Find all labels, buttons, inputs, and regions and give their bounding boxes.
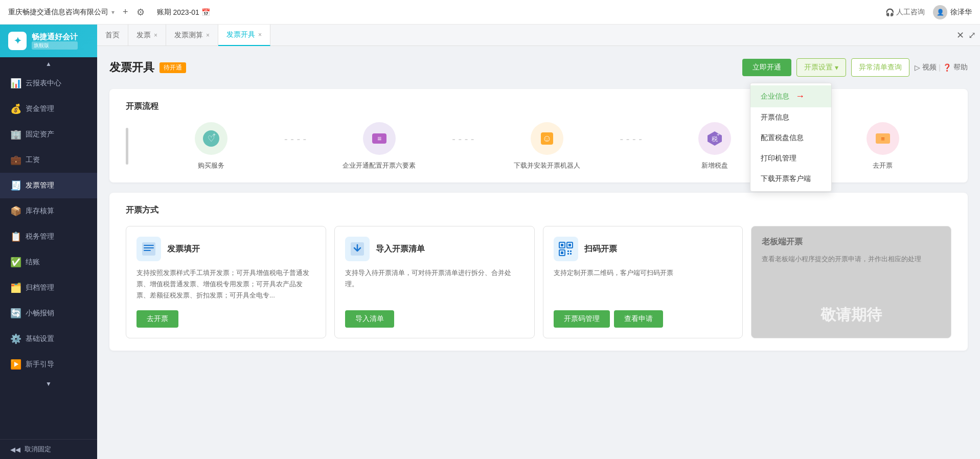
qrcode-manage-button[interactable]: 开票码管理: [554, 310, 610, 328]
boss-title: 老板端开票: [762, 237, 803, 247]
import-title: 导入开票清单: [376, 244, 425, 255]
fill-btn-area: 去开票: [136, 310, 315, 328]
process-step-3: ☺ 下载并安装开票机器人: [478, 122, 616, 170]
arrow-3: - - - -: [616, 133, 646, 145]
video-label[interactable]: 视频: [922, 63, 937, 72]
sidebar-item-xiaochang[interactable]: 🔄 小畅报销: [0, 301, 97, 326]
page-header: 发票开具 待开通 立即开通 开票设置 ▾ 异常清单查询 ▷ 视频 | ❓ 帮助: [109, 58, 968, 77]
service-button[interactable]: 🎧 人工咨询: [885, 8, 925, 17]
view-apply-button[interactable]: 查看申请: [614, 310, 663, 328]
top-bar-actions: + ⚙ 账期 2023-01 📅: [123, 7, 210, 18]
sidebar-item-kucun[interactable]: 📦 库存核算: [0, 198, 97, 224]
red-arrow-icon: →: [795, 91, 805, 102]
page-title: 发票开具: [109, 60, 154, 75]
money-icon: 💰: [10, 103, 20, 114]
tab-close-kaiiu[interactable]: ×: [258, 31, 262, 38]
tax-icon: 📋: [10, 231, 20, 242]
sidebar-item-zijin[interactable]: 💰 资金管理: [0, 96, 97, 122]
billing-card-scan-header: 扫码开票: [554, 237, 733, 261]
svg-rect-14: [144, 247, 154, 248]
chevron-down-icon: ▾: [111, 9, 115, 16]
dropdown-item-download-client[interactable]: 下载开票客户端: [750, 169, 831, 189]
sidebar-item-shuiwu[interactable]: 📋 税务管理: [0, 224, 97, 249]
company-selector[interactable]: 重庆畅捷交通信息咨询有限公司 ▾: [8, 8, 115, 17]
dropdown-item-company-info[interactable]: 企业信息 →: [750, 85, 831, 107]
tab-close-cesuan[interactable]: ×: [206, 32, 210, 39]
tab-label: 首页: [105, 31, 120, 40]
settings-dropdown-menu: 企业信息 → 开票信息 配置税盘信息 打印机管理 下载开票客户端: [750, 83, 832, 192]
settings-dropdown-button[interactable]: 开票设置 ▾: [796, 58, 846, 77]
dropdown-item-printer[interactable]: 打印机管理: [750, 148, 831, 169]
import-list-button[interactable]: 导入清单: [345, 310, 394, 328]
svg-rect-15: [144, 250, 151, 251]
process-step-5: ≡ 去开票: [814, 122, 951, 170]
tab-label: 发票: [136, 31, 151, 40]
box-icon: 📦: [10, 205, 20, 217]
help-label[interactable]: 帮助: [953, 63, 968, 72]
sidebar-item-fapiao[interactable]: 🧾 发票管理: [0, 173, 97, 198]
download-client-label: 下载开票客户端: [761, 174, 811, 183]
help-circle-icon: ❓: [943, 63, 951, 72]
building-icon: 🏢: [10, 129, 20, 140]
ticket-info-label: 开票信息: [761, 113, 789, 122]
step4-label: 新增税盘: [701, 161, 728, 170]
exception-button[interactable]: 异常清单查询: [851, 58, 909, 77]
process-step-2: ≡ 企业开通配置开票六要素: [310, 122, 448, 170]
billing-card-boss-header: 老板端开票: [762, 237, 941, 247]
close-tab-button[interactable]: ✕: [956, 30, 964, 41]
play-icon: ▶️: [10, 359, 20, 370]
tax-disk-label: 配置税盘信息: [761, 133, 804, 143]
billing-section: 开票方式 发票填开 支持按照发票样式手工填开发票；可开具增值税电子普通发票、增值…: [109, 193, 968, 351]
fill-title: 发票填开: [167, 244, 200, 255]
sidebar-item-guidang[interactable]: 🗂️ 归档管理: [0, 275, 97, 301]
sidebar-item-jiezhang[interactable]: ✅ 结账: [0, 249, 97, 275]
tab-close-fapiao[interactable]: ×: [154, 32, 157, 39]
arrow-1: - - - -: [280, 133, 310, 145]
scroll-up-button[interactable]: ▲: [0, 57, 97, 71]
top-bar: 重庆畅捷交通信息咨询有限公司 ▾ + ⚙ 账期 2023-01 📅 🎧 人工咨询…: [0, 0, 980, 25]
tab-fapiaokaiiu[interactable]: 发票开具 ×: [218, 25, 270, 46]
sidebar-item-gudingzichan[interactable]: 🏢 固定资产: [0, 122, 97, 147]
settings-icon[interactable]: ⚙: [136, 7, 145, 18]
sidebar-item-label: 云报表中心: [26, 79, 61, 88]
sidebar-item-jichu[interactable]: ⚙️ 基础设置: [0, 326, 97, 352]
sidebar-item-xinshou[interactable]: ▶️ 新手引导: [0, 352, 97, 377]
user-name: 徐泽华: [950, 8, 972, 17]
step3-icon: ☺: [531, 122, 563, 155]
go-invoice-button[interactable]: 去开票: [136, 310, 178, 328]
chart-icon: 📊: [10, 78, 20, 89]
sidebar-cancel-pin[interactable]: ◀◀ 取消固定: [0, 439, 97, 459]
user-info[interactable]: 👤 徐泽华: [933, 5, 972, 19]
svg-rect-13: [144, 245, 154, 246]
scroll-down-button[interactable]: ▼: [0, 377, 97, 391]
maximize-button[interactable]: ⤢: [968, 30, 976, 41]
tab-fapiao[interactable]: 发票 ×: [128, 25, 166, 46]
add-icon[interactable]: +: [123, 7, 128, 17]
svg-rect-24: [570, 250, 572, 252]
activate-button[interactable]: 立即开通: [742, 59, 791, 76]
dropdown-item-tax-disk[interactable]: 配置税盘信息: [750, 128, 831, 148]
tab-fapiaocesuan[interactable]: 发票测算 ×: [166, 25, 218, 46]
dropdown-item-ticket-info[interactable]: 开票信息: [750, 107, 831, 128]
step2-icon: ≡: [363, 122, 396, 155]
svg-rect-20: [561, 244, 563, 246]
logo-badge: 旗舰版: [32, 41, 78, 50]
calendar-icon[interactable]: 📅: [201, 8, 210, 16]
step1-label: 购买服务: [198, 161, 224, 170]
billing-card-import-header: 导入开票清单: [345, 237, 524, 261]
sidebar-item-yunbao[interactable]: 📊 云报表中心: [0, 71, 97, 96]
sidebar-item-label: 工资: [26, 155, 40, 165]
tab-label: 发票测算: [174, 31, 203, 40]
fill-desc: 支持按照发票样式手工填开发票；可开具增值税电子普通发票、增值税普通发票、增值税专…: [136, 267, 315, 304]
svg-rect-22: [568, 244, 571, 246]
check-icon: ✅: [10, 257, 20, 268]
fill-icon: [136, 237, 161, 261]
period-value: 2023-01: [173, 8, 199, 16]
sidebar-item-gongzi[interactable]: 💼 工资: [0, 147, 97, 173]
sidebar-item-label: 结账: [26, 258, 40, 267]
page-content-wrapper: 发票开具 待开通 立即开通 开票设置 ▾ 异常清单查询 ▷ 视频 | ❓ 帮助: [97, 46, 980, 459]
tab-home[interactable]: 首页: [97, 25, 128, 46]
cancel-pin-label: 取消固定: [25, 445, 51, 454]
svg-text:☺: ☺: [542, 133, 552, 144]
help-area: ▷ 视频 | ❓ 帮助: [915, 63, 968, 72]
